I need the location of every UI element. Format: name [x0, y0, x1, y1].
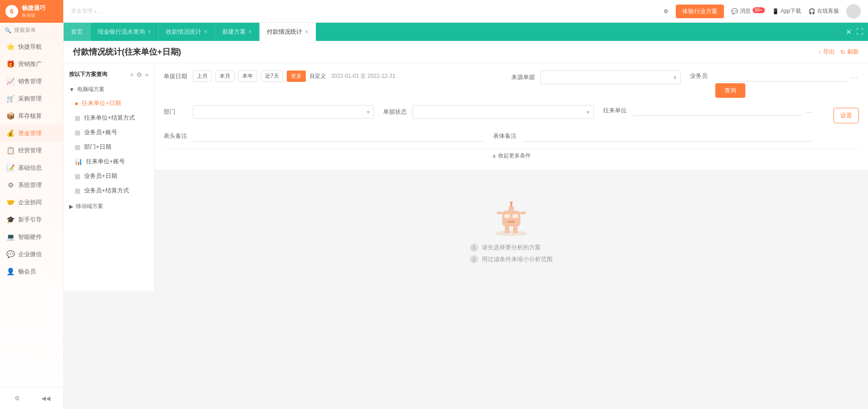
body-note-label: 表体备注	[493, 132, 519, 140]
scheme-item-label-1: 往来单位+结算方式	[84, 114, 135, 122]
scheme-item-0[interactable]: ● 往来单位+日期	[64, 96, 154, 111]
salesman-dots[interactable]: …	[851, 72, 859, 80]
sidebar-item-label: 营销推广	[18, 60, 42, 68]
messages-btn[interactable]: 💬 消息 99+	[731, 7, 765, 15]
marketing-icon: 🎁	[6, 60, 15, 68]
sidebar-item-collab[interactable]: 🤝 企业协同	[0, 194, 63, 211]
tabs: 首页 现金银行流水查询 × 收款情况统计 × 新建方案 × 付款情况统计 × ✕…	[64, 23, 868, 41]
date-btn-7days[interactable]: 近7天	[261, 71, 283, 82]
tab-receipt-close[interactable]: ×	[204, 29, 207, 35]
tab-close-all[interactable]: ✕	[846, 28, 852, 36]
partner-dots[interactable]: …	[805, 106, 813, 115]
scheme-add-icon[interactable]: +	[130, 71, 134, 78]
sidebar-item-hardware[interactable]: 💻 智能硬件	[0, 228, 63, 246]
tab-bank-close[interactable]: ×	[148, 29, 151, 35]
svg-rect-1	[502, 211, 520, 227]
query-btn[interactable]: 查询	[715, 83, 745, 98]
empty-tip-1: 1 请先选择要分析的方案	[470, 243, 553, 252]
sidebar-bottom-settings[interactable]: ⚙	[5, 392, 30, 404]
filter-docstatus-field: 单据状态 ▾	[383, 105, 594, 119]
docstatus-select[interactable]: ▾	[412, 105, 594, 119]
sidebar-item-member[interactable]: 👤 畅会员	[0, 263, 63, 280]
settings-btn[interactable]: ⚙	[663, 8, 668, 15]
filter-row-2: 部门 ▾ 单据状态 ▾	[164, 105, 859, 123]
scheme-item-icon-2: ▦	[75, 129, 80, 136]
sidebar-item-marketing[interactable]: 🎁 营销推广	[0, 56, 63, 73]
scheme-collapse-icon[interactable]: «	[145, 71, 149, 78]
dept-select[interactable]: ▾	[193, 105, 374, 119]
collab-icon: 🤝	[6, 198, 15, 207]
search-icon: 🔍	[5, 27, 11, 34]
scheme-section-mobile-title[interactable]: ▶ 移动端方案	[64, 200, 154, 213]
app-download-btn[interactable]: 📱 App下载	[772, 7, 801, 15]
online-service-btn[interactable]: 🎧 在线客服	[808, 7, 839, 15]
scheme-item-2[interactable]: ▦ 业务员+账号	[64, 125, 154, 140]
date-btn-last-month[interactable]: 上月	[193, 71, 212, 82]
sidebar-item-basic[interactable]: 📝 基础信息	[0, 159, 63, 177]
search-label: 搜索菜单	[14, 26, 36, 34]
date-btn-more[interactable]: 更多	[287, 71, 306, 82]
scheme-item-icon-3: ▦	[75, 143, 80, 151]
tab-new-scheme[interactable]: 新建方案 ×	[215, 23, 259, 41]
scheme-item-6[interactable]: ▦ 业务员+结算方式	[64, 183, 154, 198]
scheme-section-desktop-title[interactable]: ▼ 电脑端方案	[64, 83, 154, 96]
refresh-btn[interactable]: ↻ 刷新	[840, 48, 859, 56]
industry-btn[interactable]: 体验行业方案	[676, 5, 724, 18]
messages-label: 消息	[740, 7, 751, 15]
sidebar-item-label: 库存核算	[18, 112, 42, 120]
sidebar-item-label: 基础信息	[18, 164, 42, 172]
date-btn-this-year[interactable]: 本年	[238, 71, 257, 82]
body-note-input[interactable]	[522, 131, 813, 141]
source-select[interactable]: ▾	[540, 71, 681, 84]
tab-new-scheme-close[interactable]: ×	[249, 29, 252, 35]
sidebar-item-guide[interactable]: 🎓 新手引导	[0, 211, 63, 228]
sidebar-bottom-collapse[interactable]: ◀◀	[34, 392, 59, 404]
tip-text-1: 请先选择要分析的方案	[482, 243, 541, 252]
tab-maximize[interactable]: ⛶	[856, 28, 863, 36]
scheme-item-3[interactable]: ▦ 部门+日期	[64, 140, 154, 154]
section-title-label: 电脑端方案	[77, 86, 105, 93]
guide-icon: 🎓	[6, 216, 15, 224]
sidebar-item-purchase[interactable]: 🛒 采购管理	[0, 90, 63, 107]
scheme-settings-icon[interactable]: ⚙	[136, 71, 142, 78]
svg-rect-9	[520, 212, 526, 214]
header-note-input[interactable]	[193, 131, 484, 141]
settings-btn[interactable]: 设置	[833, 108, 859, 123]
empty-tip-2: 2 用过滤条件来缩小分析范围	[470, 255, 553, 263]
user-avatar[interactable]	[846, 4, 861, 19]
scheme-item-label-2: 业务员+账号	[84, 128, 117, 136]
sidebar-item-quicknav[interactable]: ⭐ 快捷导航	[0, 38, 63, 56]
sidebar-nav: ⭐ 快捷导航 🎁 营销推广 📈 销售管理 🛒 采购管理 📦 库存核算 💰 资金管…	[0, 38, 63, 387]
salesman-input[interactable]	[719, 71, 848, 81]
search-menu[interactable]: 🔍 搜索菜单	[0, 23, 63, 38]
tab-payment-close[interactable]: ×	[305, 29, 308, 35]
sidebar-item-weixin[interactable]: 💬 企业微信	[0, 246, 63, 263]
svg-rect-8	[497, 212, 502, 214]
tab-receipt[interactable]: 收款情况统计 ×	[159, 23, 215, 41]
member-icon: 👤	[6, 268, 15, 276]
tab-payment-label: 付款情况统计	[267, 28, 302, 36]
svg-rect-4	[508, 221, 515, 223]
partner-label: 往来单位	[603, 106, 629, 115]
logo-text: 畅捷通巧	[22, 4, 45, 12]
sidebar-item-system[interactable]: ⚙ 系统管理	[0, 177, 63, 194]
sidebar-item-label: 资金管理	[18, 129, 42, 137]
sidebar-item-inventory[interactable]: 📦 库存核算	[0, 107, 63, 125]
sidebar-item-operations[interactable]: 📋 经营管理	[0, 142, 63, 159]
hardware-icon: 💻	[6, 233, 15, 241]
date-btn-this-month[interactable]: 本月	[215, 71, 234, 82]
online-service-label: 在线客服	[817, 7, 839, 15]
gear-icon: ⚙	[663, 8, 668, 15]
scheme-item-4[interactable]: 📊 往来单位+账号	[64, 154, 154, 169]
scheme-item-5[interactable]: ▦ 业务员+日期	[64, 169, 154, 183]
sidebar-item-finance[interactable]: 💰 资金管理	[0, 125, 63, 142]
sidebar-item-sales[interactable]: 📈 销售管理	[0, 73, 63, 90]
export-btn[interactable]: ↑ 导出	[818, 48, 835, 56]
collapse-more-btn[interactable]: ∧ 收起更多条件	[164, 149, 859, 162]
filter-source-field: 来源单据 ▾	[511, 71, 681, 84]
tab-home[interactable]: 首页	[64, 23, 90, 41]
partner-input[interactable]	[632, 105, 802, 116]
scheme-item-1[interactable]: ▦ 往来单位+结算方式	[64, 111, 154, 125]
tab-bank[interactable]: 现金银行流水查询 ×	[90, 23, 159, 41]
tab-payment[interactable]: 付款情况统计 ×	[259, 23, 316, 41]
